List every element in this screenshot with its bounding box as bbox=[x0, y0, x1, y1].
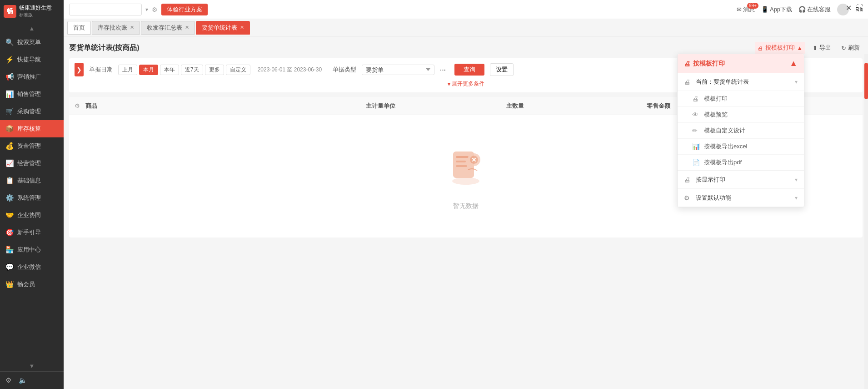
sidebar-item-14[interactable]: 👑畅会员 bbox=[0, 276, 64, 293]
app-download-btn[interactable]: 📱 App下载 bbox=[761, 5, 792, 14]
window-maximize-btn[interactable]: ⛶ bbox=[856, 4, 863, 12]
main-area: ▾ ⚙ 体验行业方案 ✉ 消息 99+ 📱 App下载 🎧 在线客服 Rit 首… bbox=[64, 0, 868, 389]
display-print-chevron: ▾ bbox=[795, 177, 798, 183]
sidebar-label-3: 销售管理 bbox=[17, 90, 41, 98]
sidebar-item-3[interactable]: 📊销售管理 bbox=[0, 86, 64, 103]
sidebar-item-9[interactable]: ⚙️系统管理 bbox=[0, 189, 64, 207]
window-close-btn[interactable]: ✕ bbox=[846, 4, 852, 12]
settings-icon[interactable]: ⚙ bbox=[5, 376, 11, 384]
expand-more-btn[interactable]: ▾ 展开更多条件 bbox=[448, 80, 484, 88]
type-select[interactable]: 要货单 bbox=[362, 65, 434, 75]
headset-icon: 🎧 bbox=[798, 6, 806, 13]
print-template-btn[interactable]: 🖨 按模板打印 ▲ bbox=[755, 42, 805, 54]
dropdown-item-pdf[interactable]: 📄 按模板导出pdf bbox=[678, 155, 804, 171]
date-btn-this-year[interactable]: 本年 bbox=[160, 65, 179, 75]
search-input[interactable] bbox=[69, 4, 142, 15]
sidebar-label-7: 经营管理 bbox=[17, 159, 41, 167]
sidebar-label-0: 搜索菜单 bbox=[17, 38, 41, 46]
sidebar-icon-3: 📊 bbox=[5, 90, 14, 98]
search-chevron-icon[interactable]: ▾ bbox=[145, 6, 148, 13]
export-icon: ⬆ bbox=[813, 45, 818, 51]
sidebar-scroll-up[interactable]: ▲ bbox=[0, 23, 64, 34]
sidebar-item-8[interactable]: 📋基础信息 bbox=[0, 172, 64, 189]
sidebar-item-10[interactable]: 🤝企业协同 bbox=[0, 207, 64, 224]
dropdown-item-display-print[interactable]: 🖨 按显示打印 ▾ bbox=[678, 171, 804, 189]
sidebar-label-14: 畅会员 bbox=[17, 280, 35, 288]
sidebar-icon-4: 🛒 bbox=[5, 107, 14, 116]
expand-icon: ▾ bbox=[448, 81, 450, 87]
date-range-display: 2023-06-01 至 2023-06-30 bbox=[258, 66, 322, 74]
template-excel-label: 按模板导出excel bbox=[704, 142, 747, 151]
more-options-icon[interactable]: ⋯ bbox=[440, 66, 449, 73]
filter-collapse-btn[interactable]: ❯ bbox=[75, 63, 84, 76]
sidebar-scroll-down[interactable]: ▼ bbox=[0, 361, 64, 371]
tab-inventory-batch[interactable]: 库存批次账 ✕ bbox=[92, 21, 140, 35]
tab-receipt-summary[interactable]: 收发存汇总表 ✕ bbox=[141, 21, 195, 35]
dropdown-item-default[interactable]: ⚙ 设置默认功能 ▾ bbox=[678, 189, 804, 207]
sidebar-item-6[interactable]: 💰资金管理 bbox=[0, 137, 64, 155]
dropdown-item-design[interactable]: ✏ 模板自定义设计 bbox=[678, 123, 804, 139]
message-badge: 99+ bbox=[747, 3, 758, 9]
sidebar-item-11[interactable]: 🎯新手引导 bbox=[0, 224, 64, 241]
refresh-label: 刷新 bbox=[848, 44, 860, 52]
sidebar-item-12[interactable]: 🏪应用中心 bbox=[0, 241, 64, 258]
tab-order-stats-close[interactable]: ✕ bbox=[240, 25, 244, 30]
sidebar-icon-11: 🎯 bbox=[5, 228, 14, 237]
sidebar-item-1[interactable]: ⚡快捷导航 bbox=[0, 51, 64, 68]
online-service-btn[interactable]: 🎧 在线客服 bbox=[798, 5, 831, 14]
refresh-icon: ↻ bbox=[841, 45, 846, 51]
table-settings-icon[interactable]: ⚙ bbox=[75, 102, 80, 109]
template-print-icon: 🖨 bbox=[692, 95, 699, 102]
default-settings-label: 设置默认功能 bbox=[696, 194, 790, 202]
display-print-label: 按显示打印 bbox=[696, 176, 790, 184]
tab-inventory-batch-close[interactable]: ✕ bbox=[130, 25, 134, 30]
logo-icon: 畅 bbox=[4, 5, 16, 18]
tab-home[interactable]: 首页 bbox=[67, 21, 91, 35]
date-buttons: 上月 本月 本年 近7天 更多 自定义 bbox=[118, 65, 250, 75]
dropdown-close-btn[interactable]: ▲ bbox=[789, 59, 798, 68]
template-print-label: 模板打印 bbox=[704, 95, 728, 103]
svg-rect-3 bbox=[456, 161, 466, 162]
tab-receipt-summary-close[interactable]: ✕ bbox=[185, 25, 189, 30]
message-btn[interactable]: ✉ 消息 99+ bbox=[737, 5, 755, 14]
sidebar-item-13[interactable]: 💬企业微信 bbox=[0, 258, 64, 276]
sidebar-item-5[interactable]: 📦库存核算 bbox=[0, 120, 64, 137]
sidebar-icon-1: ⚡ bbox=[5, 56, 14, 64]
sidebar-item-0[interactable]: 🔍搜索菜单 bbox=[0, 34, 64, 51]
current-template-icon: 🖨 bbox=[684, 78, 691, 86]
tab-order-stats[interactable]: 要货单统计表 ✕ bbox=[196, 21, 250, 35]
sidebar-item-2[interactable]: 📢营销推广 bbox=[0, 68, 64, 86]
audio-icon[interactable]: 🔈 bbox=[19, 376, 27, 384]
sidebar-item-4[interactable]: 🛒采购管理 bbox=[0, 103, 64, 120]
scrollbar-thumb bbox=[864, 63, 868, 99]
dropdown-item-excel[interactable]: 📊 按模板导出excel bbox=[678, 139, 804, 155]
export-btn[interactable]: ⬆ 导出 bbox=[810, 42, 834, 54]
dropdown-item-current[interactable]: 🖨 当前：要货单统计表 ▾ bbox=[678, 73, 804, 91]
refresh-btn[interactable]: ↻ 刷新 bbox=[838, 42, 863, 54]
query-btn[interactable]: 查询 bbox=[454, 64, 484, 76]
date-btn-7days[interactable]: 近7天 bbox=[181, 65, 203, 75]
experience-btn[interactable]: 体验行业方案 bbox=[161, 4, 208, 15]
default-settings-icon: ⚙ bbox=[684, 194, 691, 202]
template-design-icon: ✏ bbox=[692, 127, 699, 134]
sidebar-item-7[interactable]: 📈经营管理 bbox=[0, 155, 64, 172]
settings-filter-btn[interactable]: 设置 bbox=[490, 63, 514, 76]
sidebar-label-5: 库存核算 bbox=[17, 125, 41, 133]
print-template-dropdown: 🖨 按模板打印 ▲ bbox=[755, 42, 805, 54]
sidebar: 畅 畅康通好生意 标准版 ▲ 🔍搜索菜单⚡快捷导航📢营销推广📊销售管理🛒采购管理… bbox=[0, 0, 64, 389]
date-btn-this-month[interactable]: 本月 bbox=[139, 65, 158, 75]
col-header-qty: 主数量 bbox=[506, 102, 647, 110]
topbar-gear-icon[interactable]: ⚙ bbox=[152, 6, 158, 13]
svg-rect-2 bbox=[456, 156, 469, 158]
dropdown-item-print[interactable]: 🖨 模板打印 bbox=[678, 91, 804, 107]
date-btn-more[interactable]: 更多 bbox=[205, 65, 224, 75]
right-scrollbar[interactable] bbox=[864, 54, 868, 389]
current-template-chevron: ▾ bbox=[795, 79, 798, 85]
sidebar-label-2: 营销推广 bbox=[17, 73, 41, 81]
dropdown-current-label: 当前：要货单统计表 bbox=[696, 78, 790, 86]
date-btn-custom[interactable]: 自定义 bbox=[226, 65, 250, 75]
printer-icon: 🖨 bbox=[758, 45, 763, 51]
date-btn-last-month[interactable]: 上月 bbox=[118, 65, 137, 75]
type-label: 单据类型 bbox=[333, 66, 356, 74]
dropdown-item-preview[interactable]: 👁 模板预览 bbox=[678, 107, 804, 123]
